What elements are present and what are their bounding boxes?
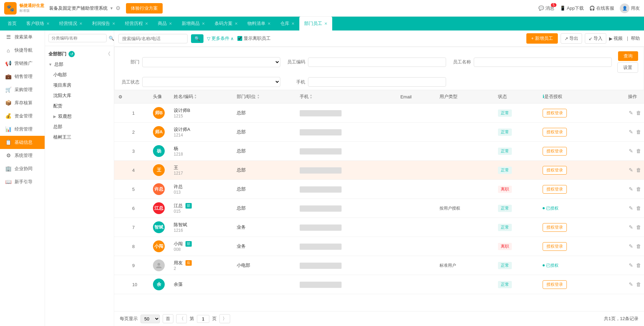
dept-node-xiaodian[interactable]: 小电部 [45, 70, 114, 80]
search-input[interactable] [118, 34, 188, 43]
query-button[interactable]: 查询 [618, 51, 638, 61]
delete-icon[interactable]: 🗑 [636, 148, 641, 154]
close-icon[interactable]: ✕ [145, 21, 148, 26]
edit-icon[interactable]: ✎ [629, 243, 633, 249]
sidebar-item-marketing[interactable]: 📢 营销推广 [0, 57, 45, 70]
trial-button[interactable]: 体验行业方案 [126, 3, 163, 14]
close-icon[interactable]: ✕ [112, 21, 115, 26]
dept-node-zongbu2[interactable]: 总部 [45, 122, 114, 132]
delete-icon[interactable]: 🗑 [636, 129, 641, 135]
auth-button[interactable]: 授权登录 [543, 223, 567, 232]
edit-icon[interactable]: ✎ [629, 148, 633, 154]
tab-warehouse[interactable]: 仓库 ✕ [275, 17, 299, 30]
delete-icon[interactable]: 🗑 [636, 186, 641, 192]
tab-operations[interactable]: 经营情况 ✕ [54, 17, 87, 30]
sidebar-item-system[interactable]: ⚙ 系统管理 [0, 149, 45, 162]
sidebar-item-search[interactable]: ☰ 搜索菜单 [0, 30, 45, 44]
user-area[interactable]: 👤 用友 [620, 3, 640, 13]
filter-name-input[interactable] [474, 58, 612, 67]
auth-button[interactable]: 授权登录 [543, 128, 567, 136]
auth-button[interactable]: 授权登录 [543, 242, 567, 251]
dept-node-shuanglu[interactable]: ▶ 双鹿想 [45, 111, 114, 122]
import-button[interactable]: ↙ 导入 [585, 33, 606, 44]
tab-profit[interactable]: 利润报告 ✕ [87, 17, 120, 30]
dept-search-icon[interactable]: 🔍 [109, 36, 114, 41]
reset-button[interactable]: 设置 [617, 62, 638, 73]
view-button[interactable]: ▶ 视频 [609, 35, 623, 42]
close-icon[interactable]: ✕ [79, 21, 82, 26]
sidebar-item-basic[interactable]: 📋 基础信息 [0, 136, 45, 149]
delete-icon[interactable]: 🗑 [636, 167, 641, 173]
sort-icon[interactable]: ▲▼ [310, 94, 312, 99]
tab-barcode[interactable]: 条码方案 ✕ [210, 17, 243, 30]
dept-node-zhishu[interactable]: 植树王三 [45, 132, 114, 142]
service-button[interactable]: 🎧 在线客服 [589, 5, 614, 11]
sidebar-item-finance[interactable]: 💰 资金管理 [0, 109, 45, 123]
delete-icon[interactable]: 🗑 [636, 205, 641, 211]
dept-node-shenyang[interactable]: 沈阳大库 [45, 90, 114, 101]
edit-icon[interactable]: ✎ [629, 262, 633, 268]
close-icon[interactable]: ✕ [324, 21, 327, 26]
message-button[interactable]: 💬 消息 5 [538, 5, 554, 11]
edit-icon[interactable]: ✎ [629, 129, 633, 135]
edit-icon[interactable]: ✎ [629, 205, 633, 211]
page-size-select[interactable]: 50 10 20 100 [140, 315, 160, 323]
delete-icon[interactable]: 🗑 [636, 110, 641, 116]
dept-refresh-icon[interactable]: ↺ [69, 51, 75, 57]
search-button[interactable]: 🔍 [191, 34, 203, 43]
edit-icon[interactable]: ✎ [629, 224, 633, 230]
tab-new-goods[interactable]: 新增商品 ✕ [177, 17, 210, 30]
settings-icon[interactable]: ⚙ [118, 94, 123, 99]
next-page-button[interactable]: 〉 [219, 314, 230, 323]
add-employee-button[interactable]: + 新增员工 [526, 33, 558, 44]
sort-icon[interactable]: ▲▼ [194, 94, 197, 99]
tab-department[interactable]: 部门员工 ✕ [299, 17, 332, 30]
auth-button[interactable]: 授权登录 [543, 147, 567, 156]
tab-bom[interactable]: 物料清单 ✕ [243, 17, 275, 30]
auth-button[interactable]: 授权登录 [543, 280, 567, 289]
auth-button[interactable]: 授权登录 [543, 185, 567, 194]
dept-node-xiangmu[interactable]: 项目库房 [45, 80, 114, 90]
dept-collapse-icon[interactable]: 《 [106, 51, 110, 57]
filter-phone-input[interactable] [308, 77, 446, 87]
auth-button[interactable]: 授权登录 [543, 109, 567, 117]
close-icon[interactable]: ✕ [235, 21, 238, 26]
filter-code-input[interactable] [308, 58, 446, 67]
sidebar-item-guide[interactable]: 📖 新手引导 [0, 175, 45, 188]
help-button[interactable]: ｜ 帮助 [625, 35, 640, 42]
delete-icon[interactable]: 🗑 [636, 224, 641, 230]
close-icon[interactable]: ✕ [202, 21, 205, 26]
filter-status-select[interactable] [142, 77, 280, 87]
sidebar-item-enterprise[interactable]: 🏢 企业协同 [0, 162, 45, 175]
close-icon[interactable]: ✕ [169, 21, 172, 26]
sidebar-item-operations[interactable]: 📊 经营管理 [0, 123, 45, 136]
sidebar-item-sales[interactable]: 💼 销售管理 [0, 70, 45, 83]
delete-icon[interactable]: 🗑 [636, 281, 641, 288]
export-button[interactable]: ↗ 导出 [561, 33, 582, 44]
delete-icon[interactable]: 🗑 [636, 262, 641, 268]
close-icon[interactable]: ✕ [291, 21, 294, 26]
edit-icon[interactable]: ✎ [629, 167, 633, 173]
show-resigned-checkbox[interactable] [237, 36, 242, 41]
tab-home[interactable]: 首页 [3, 17, 21, 30]
edit-icon[interactable]: ✎ [629, 186, 633, 192]
dept-node-zongbu[interactable]: ▼ 总部 [45, 59, 114, 70]
prev-page-button[interactable]: 〈 [176, 314, 187, 323]
page-input[interactable] [197, 315, 209, 323]
filter-more-button[interactable]: ▽ 更多条件 ∧ [207, 35, 234, 42]
edit-icon[interactable]: ✎ [629, 281, 633, 288]
auth-button[interactable]: 授权登录 [543, 166, 567, 175]
tab-journey[interactable]: 经营历程 ✕ [120, 17, 153, 30]
close-icon[interactable]: ✕ [46, 21, 49, 26]
close-icon[interactable]: ✕ [267, 21, 271, 26]
sidebar-item-purchase[interactable]: 🛒 采购管理 [0, 83, 45, 96]
dept-node-peihuo[interactable]: 配货 [45, 101, 114, 111]
sidebar-item-inventory[interactable]: 📦 库存核算 [0, 96, 45, 109]
tab-goods[interactable]: 商品 ✕ [153, 17, 177, 30]
gear-icon[interactable]: ⚙ [116, 5, 120, 11]
app-download-button[interactable]: 📱 App下载 [560, 5, 584, 11]
tab-customer[interactable]: 客户联络 ✕ [21, 17, 54, 30]
dept-search-input[interactable] [48, 34, 107, 42]
dept-node-all[interactable]: 全部部门 ↺ 《 [45, 49, 114, 59]
first-page-button[interactable]: 首 [163, 314, 173, 323]
